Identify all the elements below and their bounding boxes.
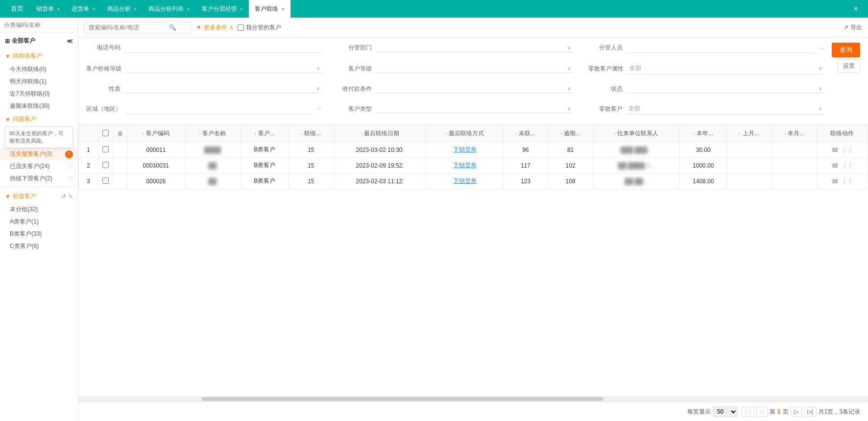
type-label: 客户类型 (338, 105, 372, 113)
nature-select[interactable]: ∨ (124, 84, 322, 93)
chevron-icon: ∧ (229, 24, 234, 31)
status-select[interactable]: ∨ (627, 84, 824, 93)
type-select[interactable]: ∨ (376, 104, 573, 113)
filter-nature: 性质 ∨ (86, 84, 322, 93)
sidebar-item-7days[interactable]: 近7天待联络(0) (0, 88, 78, 100)
next-page-btn[interactable]: ▷ (791, 407, 802, 417)
row-checkbox[interactable] (102, 146, 109, 152)
contact-icon[interactable]: ☎ (831, 147, 839, 153)
tab-analysis-list[interactable]: 商品分析列表 × (143, 0, 195, 18)
tab-sales[interactable]: 销货单 × (30, 0, 66, 18)
sidebar-item-overdue[interactable]: 逾期未联络(30) (0, 100, 78, 112)
close-customer-tier-tab[interactable]: × (240, 6, 243, 12)
retail-attr-label: 零散客户属性 (588, 65, 624, 73)
last-method-link[interactable]: 下销货单 (453, 162, 477, 169)
area-dots[interactable]: ··· (317, 105, 322, 112)
col-name: · 客户名称 (184, 125, 241, 142)
contact-icon[interactable]: ☎ (831, 178, 839, 185)
tab-customer-contact[interactable]: 客户联络 × (249, 0, 290, 18)
sidebar-section-pending[interactable]: ▼ 待联络客户 (0, 49, 78, 63)
cell-this-month (772, 158, 817, 173)
cell-last-method: 下销货单 (426, 158, 503, 173)
window-close-button[interactable]: ✕ (847, 0, 864, 18)
sidebar-item-declining[interactable]: 持续下滑客户(2) ⓘ (0, 173, 78, 185)
payment-select[interactable]: ∨ (376, 84, 573, 93)
col-overdue: · 逾期... (548, 125, 593, 142)
cell-contact: 15 (289, 158, 334, 173)
more-actions-icon[interactable]: ⋮⋮ (842, 162, 853, 169)
manager-dots[interactable]: ··· (819, 45, 824, 51)
sidebar-item-today[interactable]: 今天待联络(0) (0, 63, 78, 75)
sidebar-item-b-class[interactable]: B类客户(33) (0, 228, 78, 240)
sidebar-item-ungroup[interactable]: 未分组(32) (0, 203, 78, 216)
cell-overdue: 81 (548, 142, 593, 158)
tab-customer-tier[interactable]: 客户分层经营 × (196, 0, 249, 18)
sidebar-item-a-class[interactable]: A类客户(1) (0, 216, 78, 228)
sidebar-item-churned[interactable]: 已流失客户(24) ⓘ (0, 160, 78, 173)
sidebar-item-tomorrow[interactable]: 明天待联络(1) (0, 75, 78, 88)
prev-page-btn[interactable]: ◁ (756, 407, 768, 417)
dept-select[interactable]: ∨ (376, 44, 573, 52)
cell-num: 2 (79, 158, 98, 173)
info-icon2[interactable]: ⓘ (68, 175, 73, 182)
contact-icon[interactable]: ☎ (831, 162, 839, 169)
info-icon[interactable]: ⓘ (68, 163, 73, 170)
search-button[interactable]: 查询 (832, 43, 860, 57)
tab-home[interactable]: 首页 (4, 0, 30, 18)
sidebar-all-customers[interactable]: ⊞ 全部客户 ≪ (0, 33, 78, 49)
cell-code: 00030031 (128, 158, 185, 173)
phone-input[interactable] (124, 43, 322, 53)
search-input[interactable] (89, 24, 167, 31)
retail-label: 零散客户 (588, 105, 623, 113)
my-customers-check[interactable] (238, 25, 244, 31)
sidebar-search-input[interactable] (4, 22, 77, 28)
close-analysis-list-tab[interactable]: × (187, 6, 190, 12)
row-checkbox[interactable] (102, 162, 109, 168)
more-actions-icon[interactable]: ⋮⋮ (842, 147, 853, 153)
table-header-row: ⚙ · 客户编码 · 客户名称 · 客户... · 联络... (79, 125, 868, 142)
customer-level-select[interactable]: ∨ (376, 64, 573, 73)
cell-this-year: 30.00 (680, 142, 727, 158)
col-uncontact: · 未联... (503, 125, 548, 142)
area-input[interactable] (125, 104, 313, 114)
row-checkbox[interactable] (102, 177, 109, 184)
my-customers-checkbox[interactable]: 我分管的客户 (238, 24, 281, 32)
refresh-icon[interactable]: ↺ (61, 193, 66, 200)
filter-expand-area: 电话号码 分管部门 ∨ 分管人员 (78, 38, 868, 125)
scrollbar-thumb[interactable] (202, 397, 603, 401)
sidebar-section-risk[interactable]: ▼ 问题客户 (0, 112, 78, 126)
more-conditions-btn[interactable]: ▼ 更多条件 ∧ (196, 24, 234, 32)
horizontal-scrollbar[interactable] (78, 396, 868, 402)
last-page-btn[interactable]: ▷| (804, 407, 817, 417)
close-sales-tab[interactable]: × (57, 6, 60, 12)
collapse-icon[interactable]: ≪ (67, 38, 73, 45)
last-method-link[interactable]: 下销货单 (453, 177, 477, 184)
sidebar-item-c-class[interactable]: C类客户(6) (0, 240, 78, 252)
edit-icon[interactable]: ✎ (68, 193, 73, 200)
retail-attr-select[interactable]: 全部∨ (627, 63, 824, 74)
page-size-select[interactable]: 50 100 200 (713, 406, 738, 417)
cell-last-date: 2023-02-03 11:12: (334, 173, 427, 189)
more-actions-icon[interactable]: ⋮⋮ (842, 178, 853, 185)
filter-row-2: 客户价格等级 ∨ 客户等级 ∨ (86, 63, 824, 74)
export-btn[interactable]: ↗ 导出 (844, 24, 862, 32)
cell-overdue: 108 (548, 173, 593, 189)
close-customer-contact-tab[interactable]: × (281, 6, 284, 12)
tab-purchase[interactable]: 进货单 × (66, 0, 101, 18)
cell-last-method: 下销货单 (426, 173, 503, 189)
sidebar-item-churn-warning[interactable]: 流失预警客户(3) ! (0, 148, 78, 160)
gear-icon[interactable]: ⚙ (118, 130, 123, 137)
manager-input[interactable] (627, 43, 815, 53)
retail-select[interactable]: 全部∨ (627, 103, 824, 115)
search-btn-icon[interactable]: 🔍 (169, 24, 176, 31)
first-page-btn[interactable]: |◁ (742, 407, 754, 417)
sidebar-section-value[interactable]: ▼ 价值客户 ↺ ✎ (0, 189, 78, 203)
last-method-link[interactable]: 下销货单 (453, 146, 477, 153)
close-analysis-tab[interactable]: × (134, 6, 137, 12)
select-all-checkbox[interactable] (102, 130, 109, 136)
price-level-select[interactable]: ∨ (125, 64, 322, 73)
close-purchase-tab[interactable]: × (92, 6, 95, 12)
tab-analysis[interactable]: 商品分析 × (101, 0, 143, 18)
settings-button[interactable]: 设置 (838, 59, 860, 73)
main-layout: 🔍 ⊞ 全部客户 ≪ ▼ 待联络客户 今天待联络(0) 明天待联络(1) 近7天… (0, 18, 868, 421)
